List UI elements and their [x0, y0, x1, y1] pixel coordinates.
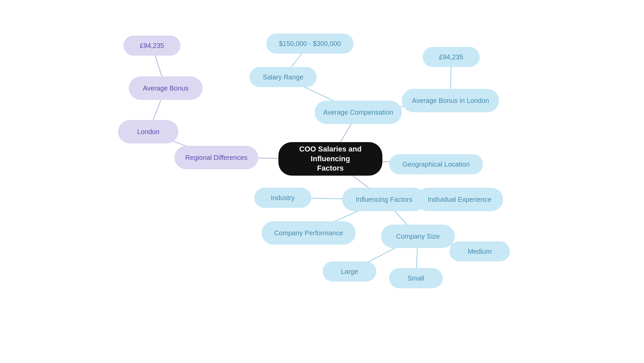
node-label-medium: Medium [468, 247, 491, 256]
node-avg_compensation: Average Compensation [315, 101, 402, 124]
node-company_size: Company Size [381, 225, 455, 248]
node-label-london: London [137, 127, 160, 136]
node-avg_bonus_val: £94,235 [123, 36, 180, 56]
node-london: London [118, 120, 178, 143]
node-label-center: COO Salaries and Influencing Factors [285, 144, 376, 173]
node-center: COO Salaries and Influencing Factors [278, 142, 382, 176]
node-avg_bonus: Average Bonus [129, 76, 203, 100]
node-label-avg_bonus_london: Average Bonus in London [412, 96, 489, 105]
node-small: Small [389, 268, 443, 288]
node-label-avg_bonus_val: £94,235 [140, 41, 164, 50]
node-salary_range_val: $150,000 - $300,000 [266, 34, 354, 54]
node-label-small: Small [408, 274, 424, 283]
node-label-salary_range_val: $150,000 - $300,000 [279, 39, 341, 48]
node-geographical_location: Geographical Location [389, 154, 483, 174]
node-regional_differences: Regional Differences [174, 146, 258, 169]
node-avg_bonus_london: Average Bonus in London [402, 89, 499, 112]
node-label-industry: Industry [271, 193, 294, 202]
node-label-salary_range: Salary Range [263, 73, 303, 81]
node-salary_range: Salary Range [250, 67, 317, 87]
node-influencing_factors: Influencing Factors [342, 188, 426, 211]
node-label-regional_differences: Regional Differences [185, 153, 247, 162]
node-label-large: Large [341, 267, 358, 276]
node-label-company_size: Company Size [396, 232, 440, 241]
node-large: Large [323, 261, 376, 282]
node-label-geographical_location: Geographical Location [402, 160, 470, 169]
node-company_performance: Company Performance [262, 221, 356, 245]
node-industry: Industry [254, 188, 311, 208]
node-individual_experience: Individual Experience [416, 188, 503, 211]
node-label-company_performance: Company Performance [274, 229, 343, 237]
node-avg_bonus_london_val: £94,235 [423, 47, 480, 67]
connections-svg [0, 0, 644, 363]
node-label-avg_bonus_london_val: £94,235 [439, 53, 463, 61]
node-label-avg_compensation: Average Compensation [323, 108, 393, 117]
mind-map: COO Salaries and Influencing FactorsAver… [0, 0, 644, 363]
node-label-individual_experience: Individual Experience [428, 195, 491, 204]
node-label-influencing_factors: Influencing Factors [356, 195, 413, 204]
node-label-avg_bonus: Average Bonus [143, 84, 189, 93]
node-medium: Medium [449, 241, 510, 261]
